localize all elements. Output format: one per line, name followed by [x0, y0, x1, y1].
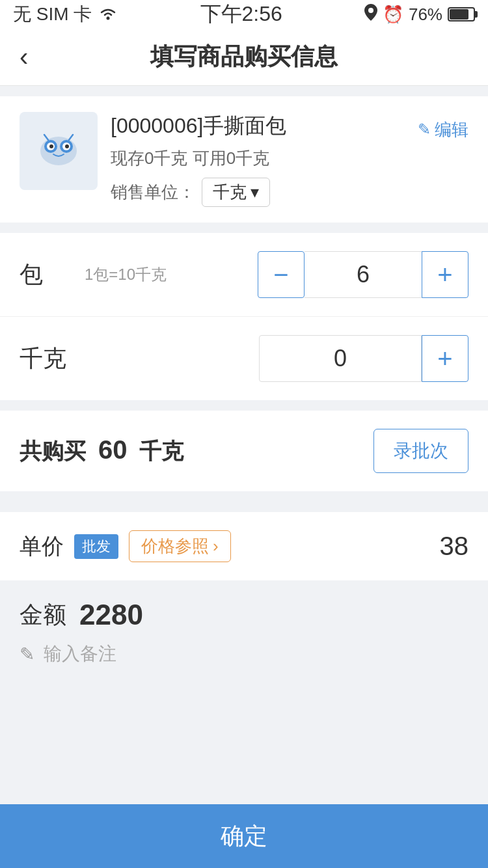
svg-point-8	[65, 144, 69, 148]
kg-plus-button[interactable]: +	[422, 335, 468, 382]
alarm-icon: ⏰	[383, 5, 403, 25]
time-text: 下午2:56	[200, 0, 282, 29]
kg-input[interactable]	[259, 335, 422, 382]
unit-value: 千克	[213, 181, 247, 204]
separator-3	[0, 491, 488, 502]
kg-stepper: +	[259, 335, 468, 382]
amount-label: 金额	[20, 599, 66, 631]
price-ref-button[interactable]: 价格参照 ›	[129, 530, 231, 562]
price-section: 单价 批发 价格参照 › 38	[0, 512, 488, 580]
carrier-text: 无 SIM 卡	[13, 2, 92, 27]
back-button[interactable]: ‹	[20, 42, 28, 72]
product-logo	[35, 128, 82, 174]
edit-button[interactable]: ✎ 编辑	[418, 118, 468, 141]
total-amount: 60	[98, 435, 128, 464]
wifi-icon	[98, 4, 118, 25]
svg-point-2	[40, 137, 77, 165]
total-row: 共购买 60 千克 录批次	[0, 411, 488, 491]
price-ref-chevron-icon: ›	[213, 536, 219, 556]
remark-placeholder: 输入备注	[44, 642, 116, 666]
nav-bar: ‹ 填写商品购买信息	[0, 29, 488, 86]
product-name: [0000006]手撕面包	[111, 112, 286, 141]
svg-point-0	[107, 17, 110, 20]
batch-button[interactable]: 录批次	[373, 429, 468, 473]
amount-row: 金额 2280	[20, 599, 468, 642]
svg-point-1	[368, 8, 373, 13]
amount-section: 金额 2280 ✎ 输入备注	[0, 580, 488, 679]
battery-text: 76%	[409, 5, 442, 25]
remark-row[interactable]: ✎ 输入备注	[20, 642, 468, 679]
total-prefix: 共购买	[20, 439, 86, 463]
input-section: 包 1包=10千克 − + 千克 +	[0, 233, 488, 400]
unit-label: 销售单位：	[111, 181, 195, 204]
product-stock: 现存0千克 可用0千克	[111, 147, 468, 170]
product-image	[20, 112, 98, 190]
separator-2	[0, 400, 488, 411]
location-icon	[364, 4, 377, 25]
amount-value: 2280	[79, 599, 143, 631]
bao-label: 包	[20, 259, 72, 291]
status-left: 无 SIM 卡	[13, 2, 118, 27]
status-bar: 无 SIM 卡 下午2:56 ⏰ 76%	[0, 0, 488, 29]
confirm-bar[interactable]: 确定	[0, 804, 488, 868]
price-label: 单价	[20, 532, 64, 562]
bao-hint: 1包=10千克	[85, 264, 245, 285]
price-value: 38	[440, 532, 469, 561]
total-unit: 千克	[139, 439, 183, 463]
bao-plus-button[interactable]: +	[422, 251, 468, 298]
price-ref-label: 价格参照	[141, 535, 209, 558]
price-tag: 批发	[74, 534, 118, 559]
unit-select[interactable]: 千克 ▾	[202, 178, 270, 207]
confirm-text: 确定	[221, 821, 267, 852]
product-info: [0000006]手撕面包 ✎ 编辑 现存0千克 可用0千克 销售单位： 千克 …	[111, 112, 468, 207]
bao-minus-button[interactable]: −	[258, 251, 305, 298]
product-card: [0000006]手撕面包 ✎ 编辑 现存0千克 可用0千克 销售单位： 千克 …	[0, 96, 488, 223]
kg-row: 千克 +	[0, 317, 488, 400]
unit-chevron-icon: ▾	[251, 182, 259, 202]
bao-stepper: − +	[258, 251, 468, 298]
separator-1	[0, 223, 488, 233]
status-right: ⏰ 76%	[364, 4, 475, 25]
bao-row: 包 1包=10千克 − +	[0, 233, 488, 317]
battery-icon	[448, 7, 475, 21]
kg-label: 千克	[20, 343, 72, 375]
edit-icon: ✎	[418, 120, 431, 139]
svg-point-7	[49, 144, 53, 148]
pencil-icon: ✎	[20, 644, 34, 665]
bao-input[interactable]	[305, 251, 422, 298]
total-text: 共购买 60 千克	[20, 435, 183, 467]
edit-label: 编辑	[435, 118, 468, 141]
product-unit: 销售单位： 千克 ▾	[111, 178, 468, 207]
nav-title: 填写商品购买信息	[150, 41, 338, 73]
